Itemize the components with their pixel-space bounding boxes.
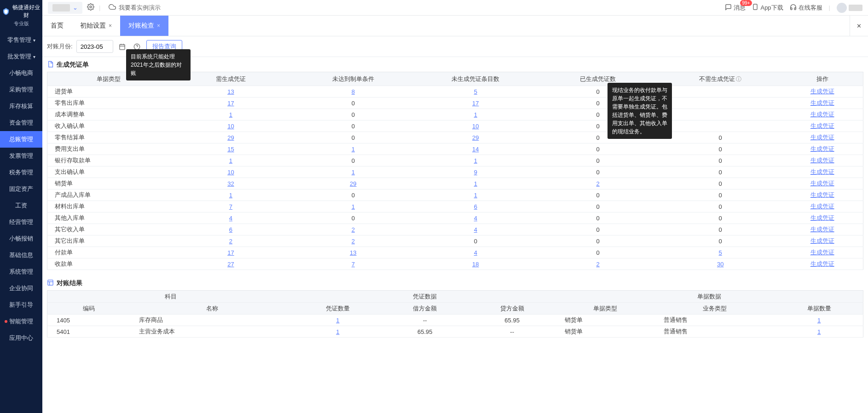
cell[interactable]: 10 bbox=[414, 120, 537, 132]
col-header: 贷方金额 bbox=[469, 303, 556, 315]
cell[interactable]: 1 bbox=[292, 143, 414, 155]
sidebar-item[interactable]: 税务管理 bbox=[0, 164, 42, 181]
sidebar-item[interactable]: 固定资产 bbox=[0, 181, 42, 197]
cell[interactable]: 7 bbox=[292, 258, 414, 270]
cell[interactable]: 1 bbox=[294, 326, 381, 338]
demo-link[interactable]: 我要看实例演示 bbox=[109, 3, 161, 12]
sidebar-label: 小畅电商 bbox=[9, 69, 33, 77]
action-cell[interactable]: 生成凭证 bbox=[781, 224, 863, 235]
cell[interactable]: 4 bbox=[169, 212, 292, 224]
action-cell[interactable]: 生成凭证 bbox=[781, 155, 863, 166]
cell[interactable]: 15 bbox=[169, 143, 292, 155]
action-cell[interactable]: 生成凭证 bbox=[781, 109, 863, 120]
action-cell[interactable]: 生成凭证 bbox=[781, 166, 863, 178]
action-cell[interactable]: 生成凭证 bbox=[781, 189, 863, 201]
cell[interactable]: 1 bbox=[414, 155, 537, 166]
cell[interactable]: 10 bbox=[169, 166, 292, 178]
cell[interactable]: 27 bbox=[169, 258, 292, 270]
help-icon[interactable]: ⓘ bbox=[736, 76, 741, 82]
cell[interactable]: 2 bbox=[537, 258, 659, 270]
cell[interactable]: 5 bbox=[659, 247, 781, 258]
sidebar-item[interactable]: 库存核算 bbox=[0, 98, 42, 115]
cell[interactable]: 14 bbox=[414, 143, 537, 155]
cell[interactable]: 32 bbox=[169, 178, 292, 189]
sidebar-item[interactable]: 智能管理 bbox=[0, 313, 42, 330]
sidebar-item[interactable]: 总账管理 bbox=[0, 131, 42, 148]
company-selector[interactable]: ⌄ bbox=[48, 2, 82, 14]
cell[interactable]: 17 bbox=[169, 98, 292, 109]
action-cell[interactable]: 生成凭证 bbox=[781, 120, 863, 132]
tab[interactable]: 对账检查× bbox=[120, 16, 168, 36]
cell[interactable]: 6 bbox=[414, 201, 537, 212]
sidebar-item[interactable]: 小畅报销 bbox=[0, 230, 42, 247]
action-cell[interactable]: 生成凭证 bbox=[781, 212, 863, 224]
sidebar-item[interactable]: 工资 bbox=[0, 197, 42, 214]
action-cell[interactable]: 生成凭证 bbox=[781, 132, 863, 143]
cell[interactable]: 1 bbox=[169, 155, 292, 166]
cell[interactable]: 13 bbox=[169, 86, 292, 98]
cell[interactable]: 1 bbox=[292, 166, 414, 178]
cell[interactable]: 1 bbox=[414, 189, 537, 201]
action-cell[interactable]: 生成凭证 bbox=[781, 178, 863, 189]
action-cell[interactable]: 生成凭证 bbox=[781, 201, 863, 212]
cell[interactable]: 6 bbox=[169, 224, 292, 235]
sidebar-item[interactable]: 小畅电商 bbox=[0, 65, 42, 81]
cell[interactable]: 30 bbox=[659, 258, 781, 270]
sidebar-item[interactable]: 发票管理 bbox=[0, 148, 42, 164]
cell[interactable]: 17 bbox=[169, 247, 292, 258]
sidebar-item[interactable]: 经营管理 bbox=[0, 214, 42, 230]
cell[interactable]: 9 bbox=[414, 166, 537, 178]
cell[interactable]: 1 bbox=[169, 109, 292, 120]
cell[interactable]: 8 bbox=[292, 86, 414, 98]
sidebar-item[interactable]: 基础信息 bbox=[0, 247, 42, 264]
close-icon[interactable]: × bbox=[157, 23, 160, 29]
cell[interactable]: 1 bbox=[169, 189, 292, 201]
close-all-tabs[interactable]: ✕ bbox=[850, 16, 868, 36]
cell[interactable]: 29 bbox=[169, 132, 292, 143]
action-cell[interactable]: 生成凭证 bbox=[781, 235, 863, 247]
sidebar-item[interactable]: 批发管理▾ bbox=[0, 48, 42, 65]
cell[interactable]: 1 bbox=[294, 315, 381, 326]
cell[interactable]: 1 bbox=[775, 315, 863, 326]
cell[interactable]: 18 bbox=[414, 258, 537, 270]
close-icon[interactable]: × bbox=[109, 23, 112, 29]
cell[interactable]: 1 bbox=[775, 326, 863, 338]
sidebar-item[interactable]: 资金管理 bbox=[0, 115, 42, 131]
sidebar-item[interactable]: 应用中心 bbox=[0, 330, 42, 346]
user-menu[interactable] bbox=[837, 3, 862, 13]
cell[interactable]: 2 bbox=[292, 235, 414, 247]
sidebar-item[interactable]: 零售管理▾ bbox=[0, 32, 42, 48]
action-cell[interactable]: 生成凭证 bbox=[781, 247, 863, 258]
sidebar-item[interactable]: 采购管理 bbox=[0, 81, 42, 98]
cell[interactable]: 4 bbox=[414, 247, 537, 258]
cell[interactable]: 7 bbox=[169, 201, 292, 212]
cell[interactable]: 4 bbox=[414, 212, 537, 224]
cell[interactable]: 2 bbox=[537, 178, 659, 189]
cell[interactable]: 13 bbox=[292, 247, 414, 258]
cell[interactable]: 1 bbox=[414, 178, 537, 189]
app-download-button[interactable]: App下载 bbox=[752, 4, 783, 12]
cell[interactable]: 10 bbox=[169, 120, 292, 132]
action-cell[interactable]: 生成凭证 bbox=[781, 98, 863, 109]
sidebar-item[interactable]: 企业协同 bbox=[0, 280, 42, 297]
messages-button[interactable]: 消息 99+ bbox=[725, 4, 746, 12]
sidebar-item[interactable]: 系统管理 bbox=[0, 264, 42, 280]
cell[interactable]: 29 bbox=[292, 178, 414, 189]
cell[interactable]: 17 bbox=[414, 98, 537, 109]
cell[interactable]: 2 bbox=[169, 235, 292, 247]
action-cell[interactable]: 生成凭证 bbox=[781, 86, 863, 98]
action-cell[interactable]: 生成凭证 bbox=[781, 258, 863, 270]
cell[interactable]: 4 bbox=[414, 224, 537, 235]
gear-icon[interactable] bbox=[87, 3, 94, 12]
sidebar-item[interactable]: 新手引导 bbox=[0, 297, 42, 313]
cell[interactable]: 2 bbox=[292, 224, 414, 235]
service-button[interactable]: 在线客服 bbox=[790, 4, 822, 12]
action-cell[interactable]: 生成凭证 bbox=[781, 143, 863, 155]
month-input[interactable] bbox=[76, 40, 113, 53]
tab[interactable]: 初始设置× bbox=[72, 16, 120, 36]
cell[interactable]: 1 bbox=[414, 109, 537, 120]
cell[interactable]: 5 bbox=[414, 86, 537, 98]
tab[interactable]: 首页 bbox=[42, 16, 72, 36]
cell[interactable]: 29 bbox=[414, 132, 537, 143]
cell[interactable]: 1 bbox=[292, 201, 414, 212]
